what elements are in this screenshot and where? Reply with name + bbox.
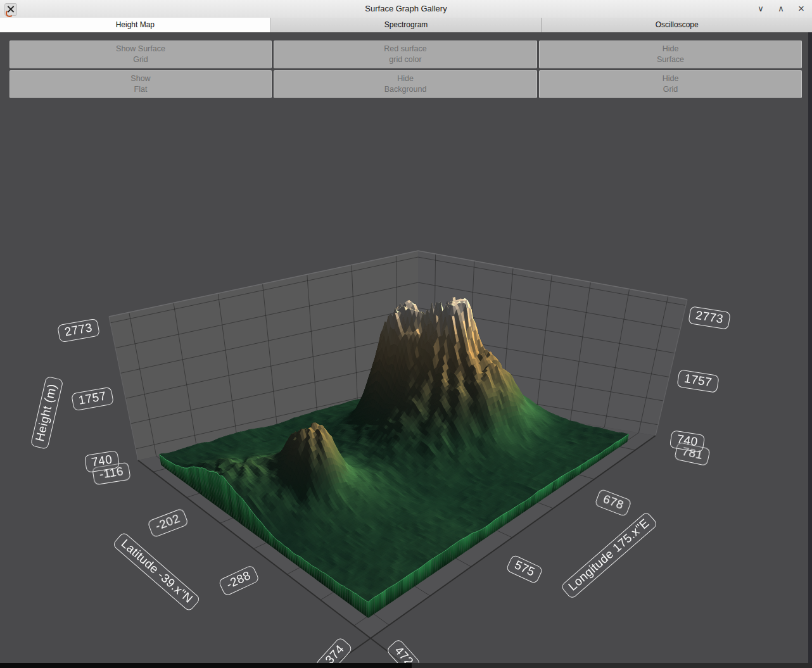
screen-bottom-bar-segment [412, 663, 812, 668]
button-label: Show Surface [10, 44, 271, 54]
button-label: Surface [540, 54, 801, 65]
surface-grid-color-button[interactable]: Red surface grid color [274, 41, 537, 68]
height-map-page: Show Surface Grid Red surface grid color… [0, 32, 808, 663]
button-label: Grid [10, 54, 271, 65]
tab-bar: Height Map Spectrogram Oscilloscope [0, 18, 812, 32]
button-label: grid color [274, 54, 536, 65]
title-bar: Surface Graph Gallery ∨ ∧ × [0, 0, 812, 18]
hide-surface-button[interactable]: Hide Surface [539, 41, 802, 68]
button-label: Grid [540, 84, 801, 95]
button-label: Flat [10, 84, 271, 95]
tab-height-map[interactable]: Height Map [0, 18, 271, 32]
button-label: Hide [540, 73, 801, 84]
window-controls: ∨ ∧ × [755, 0, 807, 18]
screen-bottom-bar [0, 663, 812, 668]
tab-spectrogram[interactable]: Spectrogram [271, 18, 542, 32]
maximize-icon[interactable]: ∧ [775, 0, 787, 18]
show-flat-button[interactable]: Show Flat [10, 70, 272, 98]
button-label: Red surface [274, 44, 536, 54]
hide-background-button[interactable]: Hide Background [274, 70, 537, 98]
desktop-edge-strip [808, 32, 812, 668]
show-surface-grid-button[interactable]: Show Surface Grid [10, 41, 272, 68]
close-icon[interactable]: × [796, 0, 807, 18]
button-label: Background [274, 84, 536, 95]
tab-oscilloscope[interactable]: Oscilloscope [542, 18, 812, 32]
hide-grid-button[interactable]: Hide Grid [539, 70, 802, 98]
button-label: Hide [274, 73, 536, 84]
button-label: Hide [540, 44, 801, 54]
app-window: Surface Graph Gallery ∨ ∧ × Height Map S… [0, 0, 812, 668]
button-label: Show [10, 73, 271, 84]
window-title: Surface Graph Gallery [0, 0, 812, 18]
minimize-icon[interactable]: ∨ [755, 0, 766, 18]
